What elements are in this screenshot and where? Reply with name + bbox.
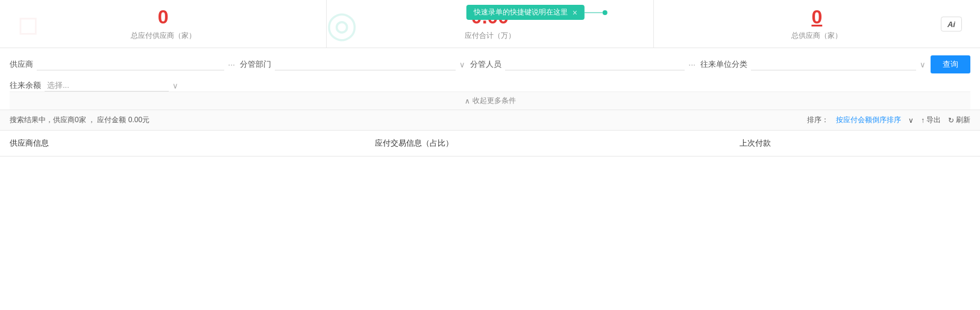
result-text: 搜索结果中，供应商0家 xyxy=(10,116,86,124)
export-icon: ↑ xyxy=(921,116,925,125)
query-button[interactable]: 查询 xyxy=(931,55,970,73)
filter-row-2: 往来余额 选择... ∨ xyxy=(10,79,970,91)
ai-badge[interactable]: Ai xyxy=(941,16,962,31)
tooltip-close-button[interactable]: × xyxy=(573,8,577,17)
filter-unit: 往来单位分类 ∨ xyxy=(700,58,926,70)
refresh-label: 刷新 xyxy=(956,115,970,125)
table-header: 供应商信息 应付交易信息（占比） 上次付款 xyxy=(0,131,980,157)
filter-department: 分管部门 ∨ xyxy=(240,58,465,70)
stat-value-payable-suppliers: 0 xyxy=(158,7,169,28)
teal-icon: ◎ xyxy=(326,3,357,45)
supplier-dots-button[interactable]: ··· xyxy=(228,60,235,69)
balance-label: 往来余额 xyxy=(10,80,41,91)
table: 供应商信息 应付交易信息（占比） 上次付款 xyxy=(0,131,980,310)
stat-label-payable-suppliers: 总应付供应商（家） xyxy=(131,31,196,41)
supplier-label: 供应商 xyxy=(10,59,33,70)
sort-chevron-icon[interactable]: ∨ xyxy=(908,116,914,125)
filter-person: 分管人员 ··· xyxy=(470,58,696,70)
filter-balance: 往来余额 选择... ∨ xyxy=(10,79,178,91)
result-bar: 搜索结果中，供应商0家 ， 应付金额 0.00元 排序： 按应付会额倒序排序 ∨… xyxy=(0,110,980,131)
diamond-icon: ◇ xyxy=(9,2,52,45)
department-label: 分管部门 xyxy=(240,59,271,70)
result-amount: 应付金额 0.00元 xyxy=(97,116,149,124)
person-dots-button[interactable]: ··· xyxy=(688,60,696,69)
stat-total-payable-suppliers: ◇ 0 总应付供应商（家） xyxy=(0,0,327,48)
tooltip-dot xyxy=(603,10,608,15)
result-separator: ， xyxy=(88,116,95,124)
collapse-label: 收起更多条件 xyxy=(473,96,516,106)
export-label: 导出 xyxy=(926,115,941,125)
unit-label: 往来单位分类 xyxy=(700,59,747,70)
unit-input[interactable] xyxy=(751,58,916,70)
sort-label: 排序： xyxy=(807,115,829,125)
sort-select[interactable]: 按应付会额倒序排序 xyxy=(836,115,901,125)
filter-row-1: 供应商 ··· 分管部门 ∨ 分管人员 ··· 往来单位分类 ∨ 查询 xyxy=(10,55,970,73)
stat-label-total-suppliers: 总供应商（家） xyxy=(791,31,842,41)
col-supplier-header: 供应商信息 xyxy=(10,138,375,149)
supplier-input[interactable] xyxy=(37,58,224,70)
person-label: 分管人员 xyxy=(470,59,501,70)
result-actions: 排序： 按应付会额倒序排序 ∨ ↑ 导出 ↻ 刷新 xyxy=(807,115,970,125)
col-transaction-header: 应付交易信息（占比） xyxy=(375,138,740,149)
department-arrow-icon[interactable]: ∨ xyxy=(459,60,465,69)
refresh-icon: ↻ xyxy=(948,116,954,125)
tooltip-text: 快速录单的快捷键说明在这里 xyxy=(474,7,568,17)
result-summary: 搜索结果中，供应商0家 ， 应付金额 0.00元 xyxy=(10,115,149,125)
filter-bar: 供应商 ··· 分管部门 ∨ 分管人员 ··· 往来单位分类 ∨ 查询 往来余额 xyxy=(0,48,980,110)
person-input[interactable] xyxy=(505,58,685,70)
col-payment-header: 上次付款 xyxy=(740,138,970,149)
refresh-button[interactable]: ↻ 刷新 xyxy=(948,115,970,125)
filter-supplier: 供应商 ··· xyxy=(10,58,235,70)
balance-select[interactable]: 选择... xyxy=(45,79,169,91)
balance-arrow-icon[interactable]: ∨ xyxy=(172,81,178,90)
chevron-up-icon: ∧ xyxy=(465,97,470,105)
unit-arrow-icon[interactable]: ∨ xyxy=(920,60,926,69)
stats-bar: ◇ 0 总应付供应商（家） ◎ 0.00 应付合计（万） 快速录单的快捷键说明在… xyxy=(0,0,980,48)
stat-payable-total: ◎ 0.00 应付合计（万） 快速录单的快捷键说明在这里 × xyxy=(327,0,653,48)
stat-total-suppliers: Ai 0 总供应商（家） xyxy=(654,0,980,48)
department-input[interactable] xyxy=(275,58,456,70)
shortcut-tooltip: 快速录单的快捷键说明在这里 × xyxy=(466,5,585,20)
stat-label-payable-total: 应付合计（万） xyxy=(465,31,515,41)
collapse-button[interactable]: ∧ 收起更多条件 xyxy=(10,91,970,110)
export-button[interactable]: ↑ 导出 xyxy=(921,115,941,125)
table-body xyxy=(0,157,980,310)
stat-value-total-suppliers: 0 xyxy=(811,7,822,28)
